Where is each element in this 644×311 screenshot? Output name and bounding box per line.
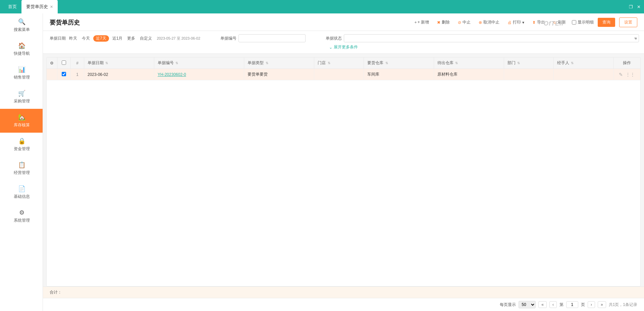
- tab-home-label: 首页: [8, 4, 17, 10]
- row-action-cell: ✎ ⋮⋮: [613, 69, 640, 80]
- col-handler-sort-icon: ⇅: [571, 61, 574, 65]
- col-doctype-header[interactable]: 单据类型 ⇅: [244, 57, 314, 69]
- delete-label: 删除: [442, 19, 450, 25]
- expand-more-btn[interactable]: ⌄ 展开更多条件: [50, 44, 637, 50]
- col-pendwh-sort-icon: ⇅: [455, 61, 458, 65]
- col-handler-header[interactable]: 经手人 ⇅: [554, 57, 614, 69]
- sidebar-label-inventory: 库存核算: [14, 122, 30, 128]
- new-btn[interactable]: ＋ + 新增: [412, 18, 431, 27]
- cancel-suspend-icon: ⊗: [479, 20, 482, 25]
- show-detail-checkbox[interactable]: [572, 20, 576, 25]
- per-page-select[interactable]: 50 20 100: [519, 301, 536, 308]
- top-nav-right: ❐ ✕: [629, 4, 641, 9]
- col-docno-sort-icon: ⇅: [175, 61, 178, 65]
- filter-group-date: 单据日期 昨天 今天 近7天 近1月 更多 自定义 2023-05-27 至 2…: [50, 35, 200, 42]
- search-icon: 🔍: [18, 18, 25, 26]
- expand-icon: ⌄: [329, 45, 332, 50]
- col-doctype-label: 单据类型: [248, 60, 264, 65]
- more-action-icon[interactable]: ⋮⋮: [626, 72, 635, 77]
- col-reqwh-sort-icon: ⇅: [385, 61, 388, 65]
- row-num-cell: 1: [71, 69, 84, 80]
- page-title-row: 要货单历史 ＋ + 新增 ✖ 删除 ⊘ 中止 ⊗: [50, 17, 637, 27]
- settings-btn[interactable]: 设置: [619, 17, 637, 27]
- sidebar-label-basic: 基础信息: [14, 194, 30, 199]
- system-icon: ⚙: [19, 209, 24, 216]
- sidebar-item-sales[interactable]: 📊 销售管理: [0, 61, 43, 85]
- date-option-7days[interactable]: 近7天: [93, 35, 109, 42]
- print-btn[interactable]: 🖨 打印 ▾: [505, 18, 526, 27]
- sidebar-item-system[interactable]: ⚙ 系统管理: [0, 204, 43, 228]
- table-row: 1 2023-06-02 YH-20230602-0 要货单要货 车间库 原材料…: [47, 69, 640, 80]
- col-dept-header[interactable]: 部门 ⇅: [504, 57, 553, 69]
- col-docno-header[interactable]: 单据编号 ⇅: [154, 57, 244, 69]
- print-dropdown-icon: ▾: [522, 20, 524, 25]
- sidebar-item-purchase[interactable]: 🛒 采购管理: [0, 85, 43, 109]
- sidebar-label-search: 搜索菜单: [14, 27, 30, 33]
- tab-history-label: 要货单历史: [26, 4, 48, 10]
- first-page-btn[interactable]: «: [538, 301, 547, 308]
- query-btn[interactable]: 查询: [598, 18, 615, 27]
- date-option-1month[interactable]: 近1月: [111, 35, 124, 42]
- show-detail-btn[interactable]: 显示明细: [572, 19, 594, 25]
- close-btn[interactable]: ✕: [637, 4, 641, 9]
- col-reqwh-header[interactable]: 要货仓库 ⇅: [364, 57, 434, 69]
- col-settings[interactable]: ⚙: [47, 57, 57, 69]
- col-store-label: 门店: [318, 60, 326, 65]
- col-dept-sort-icon: ⇅: [517, 61, 520, 65]
- date-option-more[interactable]: 更多: [126, 35, 137, 42]
- row-checkbox[interactable]: [62, 72, 66, 76]
- sidebar-label-finance: 资金管理: [14, 146, 30, 152]
- last-page-btn[interactable]: »: [598, 301, 606, 308]
- tab-home[interactable]: 首页: [3, 0, 21, 13]
- col-store-header[interactable]: 门店 ⇅: [314, 57, 364, 69]
- col-pendwh-header[interactable]: 待出仓库 ⇅: [434, 57, 504, 69]
- cancel-suspend-label: 取消中止: [483, 19, 499, 25]
- date-option-yesterday[interactable]: 昨天: [68, 35, 78, 42]
- date-option-custom[interactable]: 自定义: [139, 35, 153, 42]
- sidebar: 🔍 搜索菜单 🏠 快捷导航 📊 销售管理 🛒 采购管理 🏡 库存核算 🔒 资金管…: [0, 13, 43, 311]
- select-all-checkbox[interactable]: [62, 60, 66, 65]
- col-date-header[interactable]: 单据日期 ⇅: [84, 57, 154, 69]
- sidebar-item-operation[interactable]: 📋 经营管理: [0, 157, 43, 180]
- export-btn[interactable]: ⬆ 导出: [530, 18, 547, 27]
- suspend-btn[interactable]: ⊘ 中止: [456, 18, 473, 27]
- doc-status-label: 单据状态: [326, 36, 342, 41]
- tab-history[interactable]: 要货单历史 ✕: [21, 0, 58, 13]
- sidebar-item-finance[interactable]: 🔒 资金管理: [0, 133, 43, 157]
- sidebar-label-system: 系统管理: [14, 218, 30, 223]
- page-header: 要货单历史 ＋ + 新增 ✖ 删除 ⊘ 中止 ⊗: [43, 13, 644, 31]
- prev-page-btn[interactable]: ‹: [549, 301, 557, 308]
- sidebar-item-inventory[interactable]: 🏡 库存核算: [0, 109, 43, 133]
- filter-group-docno: 单据编号: [220, 34, 306, 42]
- basic-icon: 📄: [18, 185, 25, 192]
- doc-status-select[interactable]: [344, 34, 639, 42]
- delete-btn[interactable]: ✖ 删除: [435, 18, 452, 27]
- refresh-label: 刷新: [558, 19, 566, 25]
- doc-number-input[interactable]: [238, 34, 306, 42]
- edit-action-icon[interactable]: ✎: [619, 72, 623, 77]
- home-icon: 🏠: [18, 42, 25, 49]
- row-docno-link[interactable]: YH-20230602-0: [158, 72, 186, 77]
- new-label: + 新增: [418, 19, 429, 25]
- sidebar-item-search[interactable]: 🔍 搜索菜单: [0, 13, 43, 37]
- row-doctype-cell: 要货单要货: [244, 69, 314, 80]
- row-reqwh-cell: 车间库: [364, 69, 434, 80]
- refresh-btn[interactable]: ↻ 刷新: [551, 18, 568, 27]
- sidebar-label-sales: 销售管理: [14, 75, 30, 80]
- page-title: 要货单历史: [50, 18, 80, 27]
- finance-icon: 🔒: [18, 137, 25, 145]
- sidebar-item-basic[interactable]: 📄 基础信息: [0, 180, 43, 204]
- page-input[interactable]: [566, 301, 578, 308]
- date-option-today[interactable]: 今天: [80, 35, 91, 42]
- restore-btn[interactable]: ❐: [629, 4, 633, 9]
- sidebar-item-shortcut[interactable]: 🏠 快捷导航: [0, 37, 43, 61]
- next-page-btn[interactable]: ›: [588, 301, 595, 308]
- cancel-suspend-btn[interactable]: ⊗ 取消中止: [477, 18, 501, 27]
- col-date-sort-icon: ⇅: [105, 61, 108, 65]
- tab-close-icon[interactable]: ✕: [50, 5, 53, 9]
- suspend-icon: ⊘: [458, 20, 461, 25]
- date-options: 昨天 今天 近7天 近1月 更多 自定义: [68, 35, 153, 42]
- col-docno-label: 单据编号: [158, 60, 174, 65]
- total-label: 合计：: [50, 290, 62, 295]
- col-dept-label: 部门: [507, 60, 516, 65]
